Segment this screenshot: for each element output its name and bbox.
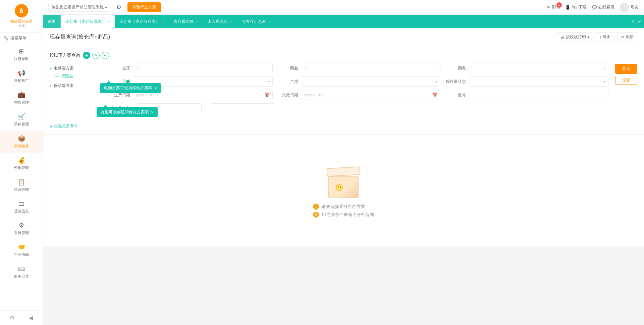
close-all-tabs-btn[interactable]: × <box>632 19 635 24</box>
search-btn[interactable]: 查询 <box>615 64 637 74</box>
system-selector[interactable]: 装备及固定资产辅助管理系统 ▾ <box>48 3 110 12</box>
sidebar-item-enterprise[interactable]: 🤝 企业协同 <box>0 239 43 261</box>
tab-batch-account[interactable]: 库存批次账 × <box>169 15 203 28</box>
stock-status-input[interactable]: ▾ <box>469 76 608 87</box>
collapse-bar: ∧ 收起更多条件 <box>50 120 637 129</box>
tab-close-icon[interactable]: × <box>108 19 110 23</box>
sidebar-bottom: ⚙ ◀ <box>0 310 43 325</box>
fullscreen-btn[interactable]: ⤢ <box>637 19 641 24</box>
tab-close-icon[interactable]: × <box>230 19 232 23</box>
tab-close-icon[interactable]: × <box>268 19 270 23</box>
sidebar-item-basic[interactable]: 🗃 基础信息 <box>0 196 43 218</box>
industry-btn[interactable]: 体验行业方案 <box>127 2 161 12</box>
system-icon: ⚙ <box>19 222 24 229</box>
search-menu-btn[interactable]: 🔍 搜索菜单 <box>0 33 43 44</box>
main-content: 现存量查询(按仓库+商品) 🖨 按模板打印 ▾ ↑ 导出 ↻ 刷新 电脑方案可设… <box>43 28 644 325</box>
collapse-label: 收起更多条件 <box>54 123 78 129</box>
collapse-icon: ∧ <box>50 124 53 128</box>
sidebar-nav: ⊞ 快捷导航 📢 营销推广 💼 销售管理 🛒 采购管理 📦 库存核算 💰 资金管… <box>0 44 43 310</box>
collapse-more-btn[interactable]: ∧ 收起更多条件 <box>50 123 637 129</box>
sidebar-item-marketing[interactable]: 📢 营销推广 <box>0 65 43 87</box>
chevron-down-icon: ▾ <box>604 66 605 70</box>
filter-header: 按以下方案查询 + ✎ « <box>50 52 637 59</box>
sidebar-item-purchase[interactable]: 🛒 采购管理 <box>0 109 43 131</box>
export-btn[interactable]: ↑ 导出 <box>596 32 614 42</box>
expire-date-input[interactable]: yyyy-mm-dd 📅 <box>301 90 441 100</box>
sidebar-item-inventory[interactable]: 📦 库存核算 <box>0 131 43 153</box>
settings-btn[interactable]: ⚙ <box>10 315 14 321</box>
tab-inventory-status[interactable]: 现存量（库存状况表） × <box>61 15 115 28</box>
tooltip-add-text: 电脑方案可设为移动方案哦 <box>104 85 152 91</box>
warehouse-input[interactable]: ··· ⋯ <box>133 63 273 73</box>
sidebar-item-operation[interactable]: 📋 经营管理 <box>0 174 43 196</box>
sidebar-item-label: 基础信息 <box>14 209 29 214</box>
sidebar-item-label: 企业协同 <box>14 252 29 257</box>
warehouse-more-icon[interactable]: ⋯ <box>263 65 270 71</box>
chevron-right-icon: ▾ <box>50 66 52 71</box>
filter-row-color: 颜色 ▾ <box>446 63 608 73</box>
back-scheme-btn[interactable]: « <box>102 52 109 59</box>
tip-num-2: 2 <box>313 212 319 218</box>
sidebar-item-finance[interactable]: 💰 资金管理 <box>0 153 43 174</box>
app-download-btn[interactable]: 📱 App下载 <box>565 4 587 10</box>
user-avatar[interactable]: 用友 <box>620 3 639 12</box>
tab-home[interactable]: 首页 <box>43 15 61 28</box>
edit-scheme-btn[interactable]: ✎ <box>92 52 100 59</box>
tooltip-scheme-text: 这里可以创建和修改方案哦 <box>101 109 149 115</box>
marketing-icon: 📢 <box>18 69 25 77</box>
tab-close-icon[interactable]: × <box>196 19 198 23</box>
chevron-down-icon: ▾ <box>604 80 605 84</box>
collapse-sidebar-btn[interactable]: ◀ <box>29 315 33 321</box>
message-btn[interactable]: ✉ 消息 6 <box>547 4 560 10</box>
tab-io-flow[interactable]: 出入库流水 × <box>203 15 237 28</box>
scheme-mobile-group[interactable]: ▸ 移动端方案 <box>50 82 103 90</box>
goods-input[interactable]: ··· ⋯ <box>301 63 441 73</box>
sidebar-item-sales[interactable]: 💼 销售管理 <box>0 87 43 109</box>
header: 装备及固定资产辅助管理系统 ▾ ⚙ 体验行业方案 ✉ 消息 6 📱 App下载 … <box>43 0 644 15</box>
sidebar-item-label: 营销推广 <box>14 78 29 83</box>
tabs-right: × ⤢ <box>629 15 644 28</box>
add-scheme-btn[interactable]: + <box>83 52 90 59</box>
inventory-icon: 📦 <box>18 135 25 142</box>
scheme-pc-group[interactable]: ▾ 电脑端方案 <box>50 64 103 72</box>
tip-text-2: 用过滤条件来缩小分析范围 <box>322 212 374 218</box>
calendar-icon[interactable]: 📅 <box>432 93 437 98</box>
tooltip-scheme-close[interactable]: × <box>151 110 154 115</box>
tip-num-1: 1 <box>313 204 319 210</box>
avatar <box>620 3 629 12</box>
refresh-icon: ↻ <box>621 35 624 40</box>
quantity-to-input[interactable] <box>210 103 275 113</box>
scheme-item-1[interactable]: — 按照品 <box>55 72 103 80</box>
tip-text-1: 请先选择要分析的方案 <box>322 204 365 210</box>
tooltip-add-close[interactable]: × <box>154 86 157 91</box>
phone-icon: 📱 <box>565 5 570 10</box>
color-input[interactable]: ▾ <box>469 63 608 73</box>
print-btn[interactable]: 🖨 按模板打印 ▾ <box>557 32 593 42</box>
scheme-pc-label: 电脑端方案 <box>54 65 74 71</box>
filter-row-batch: 批号 <box>446 90 608 100</box>
sidebar-item-label: 系统管理 <box>14 230 29 235</box>
tab-close-icon[interactable]: × <box>162 19 164 23</box>
reset-btn[interactable]: 设置 <box>615 76 637 85</box>
sidebar-item-quick[interactable]: ⊞ 快捷导航 <box>0 44 43 65</box>
scheme-item-label: 按照品 <box>61 73 73 79</box>
quantity-to[interactable] <box>213 106 272 111</box>
tab-inventory-dist[interactable]: 现存量（库存分布表） × <box>115 15 169 28</box>
sidebar-item-guide[interactable]: 📖 新手引导 <box>0 261 43 283</box>
tab-receive-summary[interactable]: 收发存汇总表 × <box>237 15 275 28</box>
filter-label: 按以下方案查询 <box>50 52 80 58</box>
sidebar-item-system[interactable]: ⚙ 系统管理 <box>0 218 43 239</box>
origin-input[interactable]: ▾ <box>301 76 441 87</box>
online-support-btn[interactable]: 💬 在线客服 <box>592 4 614 10</box>
gear-btn[interactable]: ⚙ <box>114 3 123 12</box>
refresh-btn[interactable]: ↻ 刷新 <box>617 32 637 42</box>
goods-more-icon[interactable]: ⋯ <box>431 65 437 71</box>
batch-input[interactable] <box>469 90 608 100</box>
enterprise-icon: 🤝 <box>18 243 25 251</box>
calendar-icon[interactable]: 📅 <box>264 93 270 98</box>
batch-text-input[interactable] <box>472 93 605 97</box>
logo-text: 畅捷通好生意 <box>10 19 33 23</box>
basic-icon: 🗃 <box>18 200 24 207</box>
logo-icon: 6 <box>15 4 28 17</box>
system-name: 装备及固定资产辅助管理系统 <box>51 4 104 10</box>
